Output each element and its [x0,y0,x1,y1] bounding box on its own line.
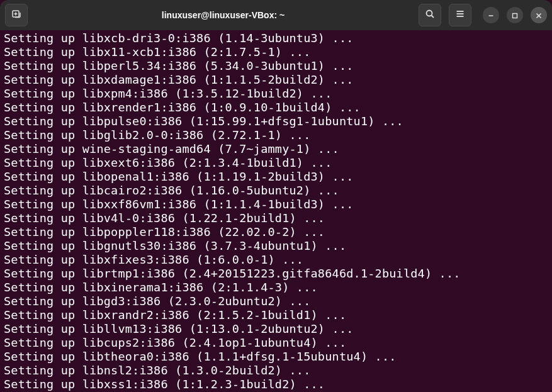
terminal-line: Setting up libperl5.34:i386 (5.34.0-3ubu… [4,59,548,73]
svg-point-3 [427,11,432,16]
search-button[interactable] [419,4,441,26]
terminal-line: Setting up libv4l-0:i386 (1.22.1-2build1… [4,211,548,225]
terminal-line: Setting up libxpm4:i386 (1:3.5.12-1build… [4,87,548,101]
terminal-line: Setting up libglib2.0-0:i386 (2.72.1-1) … [4,128,548,142]
titlebar-left [5,4,28,26]
terminal-line: Setting up libxrender1:i386 (1:0.9.10-1b… [4,101,548,115]
terminal-line: Setting up wine-staging-amd64 (7.7~jammy… [4,142,548,156]
close-icon [536,9,542,21]
terminal-line: Setting up librtmp1:i386 (2.4+20151223.g… [4,267,548,281]
terminal-line: Setting up libxrandr2:i386 (2:1.5.2-1bui… [4,308,548,322]
terminal-line: Setting up libllvm13:i386 (1:13.0.1-2ubu… [4,322,548,336]
terminal-line: Setting up libgnutls30:i386 (3.7.3-4ubun… [4,239,548,253]
terminal-line: Setting up libpoppler118:i386 (22.02.0-2… [4,225,548,239]
minimize-icon [488,9,494,21]
terminal-line: Setting up libopenal1:i386 (1:1.19.1-2bu… [4,170,548,184]
search-icon [425,9,435,21]
terminal-line: Setting up libxext6:i386 (2:1.3.4-1build… [4,156,548,170]
terminal-line: Setting up libxss1:i386 (1:1.2.3-1build2… [4,378,548,391]
terminal-line: Setting up libxinerama1:i386 (2:1.1.4-3)… [4,281,548,294]
terminal-line: Setting up libxdamage1:i386 (1:1.1.5-2bu… [4,73,548,87]
titlebar-right [419,4,547,26]
close-button[interactable] [531,7,547,23]
new-tab-icon [11,9,21,21]
terminal-line: Setting up libxfixes3:i386 (1:6.0.0-1) .… [4,253,548,267]
window-controls [483,7,547,23]
maximize-button[interactable] [507,7,523,23]
svg-rect-9 [513,13,517,18]
terminal-line: Setting up libtheora0:i386 (1.1.1+dfsg.1… [4,350,548,364]
terminal-line: Setting up libgd3:i386 (2.3.0-2ubuntu2) … [4,294,548,308]
hamburger-icon [455,9,465,21]
terminal-line: Setting up libxcb-dri3-0:i386 (1.14-3ubu… [4,31,548,45]
terminal-line: Setting up libpulse0:i386 (1:15.99.1+dfs… [4,115,548,128]
minimize-button[interactable] [483,7,499,23]
svg-line-4 [432,16,434,18]
terminal-line: Setting up libxxf86vm1:i386 (1:1.1.4-1bu… [4,198,548,211]
terminal-line: Setting up libnsl2:i386 (1.3.0-2build2) … [4,364,548,378]
menu-button[interactable] [449,4,471,26]
window-titlebar: linuxuser@linuxuser-VBox: ~ [0,0,552,30]
terminal-output[interactable]: Setting up libxcb-dri3-0:i386 (1.14-3ubu… [0,30,552,392]
terminal-line: Setting up libcups2:i386 (2.4.1op1-1ubun… [4,336,548,350]
maximize-icon [512,9,518,21]
new-tab-button[interactable] [5,4,28,26]
terminal-line: Setting up libcairo2:i386 (1.16.0-5ubunt… [4,184,548,198]
terminal-line: Setting up libx11-xcb1:i386 (2:1.7.5-1) … [4,45,548,59]
window-title: linuxuser@linuxuser-VBox: ~ [33,10,414,20]
